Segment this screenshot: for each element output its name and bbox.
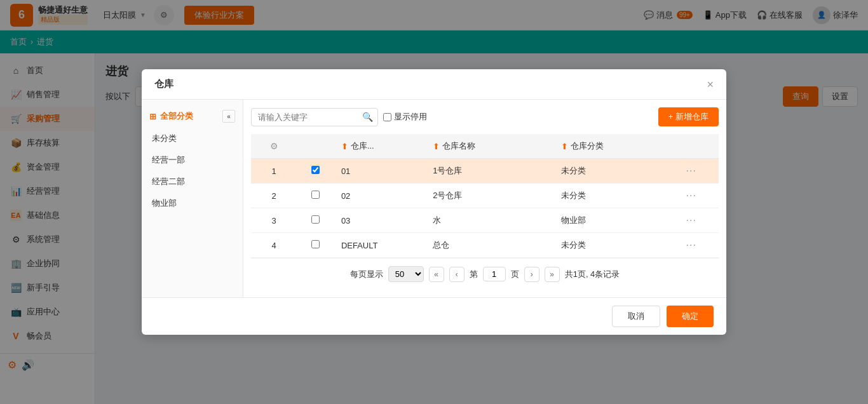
th-settings: ⚙: [251, 134, 297, 159]
search-input-wrap: 🔍: [251, 108, 378, 126]
dialog-close-btn[interactable]: ×: [707, 79, 714, 90]
category-sidebar: ⊞ 全部分类 « 未分类 经营一部 经营二部 物业部: [142, 100, 243, 297]
dialog-search-bar: 🔍 显示停用 + 新增仓库: [251, 107, 719, 126]
show-disabled-checkbox-label[interactable]: 显示停用: [383, 111, 427, 123]
sort-icon-code: ⬆: [341, 142, 348, 151]
table-row[interactable]: 4 DEFAULT 总仓 未分类 ···: [251, 233, 719, 258]
add-warehouse-btn[interactable]: + 新增仓库: [658, 107, 719, 126]
row-more-btn[interactable]: ···: [686, 239, 696, 250]
row-checkbox-cell[interactable]: [297, 159, 334, 184]
row-more-btn[interactable]: ···: [686, 215, 696, 226]
row-category: 物业部: [553, 208, 663, 233]
category-item-ops1[interactable]: 经营一部: [142, 149, 243, 171]
row-code: 03: [334, 208, 425, 233]
row-name: 2号仓库: [425, 184, 553, 208]
dialog-header: 仓库 ×: [142, 69, 726, 100]
row-code: DEFAULT: [334, 233, 425, 258]
row-more-cell[interactable]: ···: [663, 159, 719, 184]
row-name: 总仓: [425, 233, 553, 258]
warehouse-table: ⚙ ⬆ 仓库... ⬆: [251, 134, 719, 258]
row-checkbox-cell[interactable]: [297, 233, 334, 258]
row-more-cell[interactable]: ···: [663, 208, 719, 233]
pagination-bar: 每页显示 50 10 20 100 « ‹ 第 页 › » 共1页, 4条记录: [251, 258, 719, 290]
row-index: 1: [251, 159, 297, 184]
row-checkbox[interactable]: [311, 191, 320, 199]
row-category: 未分类: [553, 159, 663, 184]
row-code: 02: [334, 184, 425, 208]
confirm-btn[interactable]: 确定: [667, 306, 714, 327]
th-name[interactable]: ⬆ 仓库名称: [425, 134, 553, 159]
last-page-btn[interactable]: »: [545, 267, 560, 282]
row-category: 未分类: [553, 233, 663, 258]
page-number-input[interactable]: [483, 267, 506, 281]
prev-page-btn[interactable]: ‹: [449, 267, 465, 282]
cancel-btn[interactable]: 取消: [612, 306, 660, 327]
dialog-main-panel: 🔍 显示停用 + 新增仓库 ⚙: [243, 100, 726, 297]
category-item-property[interactable]: 物业部: [142, 192, 243, 214]
row-checkbox-cell[interactable]: [297, 184, 334, 208]
row-checkbox-cell[interactable]: [297, 208, 334, 233]
th-more: [663, 134, 719, 159]
search-icon[interactable]: 🔍: [362, 112, 373, 122]
row-index: 4: [251, 233, 297, 258]
row-category: 未分类: [553, 184, 663, 208]
table-row[interactable]: 1 01 1号仓库 未分类 ···: [251, 159, 719, 184]
per-page-select[interactable]: 50 10 20 100: [388, 266, 424, 282]
th-code[interactable]: ⬆ 仓库...: [334, 134, 425, 159]
row-name: 水: [425, 208, 553, 233]
sort-icon-cat: ⬆: [561, 142, 568, 151]
row-checkbox[interactable]: [311, 215, 320, 224]
row-index: 3: [251, 208, 297, 233]
dialog-body: ⊞ 全部分类 « 未分类 经营一部 经营二部 物业部: [142, 100, 726, 297]
th-category[interactable]: ⬆ 仓库分类: [553, 134, 663, 159]
category-item-unclassified[interactable]: 未分类: [142, 128, 243, 149]
row-code: 01: [334, 159, 425, 184]
search-input[interactable]: [251, 108, 378, 126]
row-checkbox[interactable]: [311, 166, 320, 174]
row-name: 1号仓库: [425, 159, 553, 184]
row-more-cell[interactable]: ···: [663, 233, 719, 258]
category-collapse-btn[interactable]: «: [222, 110, 235, 123]
category-all-header[interactable]: ⊞ 全部分类 «: [142, 105, 243, 128]
show-disabled-checkbox[interactable]: [383, 113, 391, 121]
warehouse-table-wrap: ⚙ ⬆ 仓库... ⬆: [251, 134, 719, 258]
row-checkbox[interactable]: [311, 240, 320, 248]
dialog-title: 仓库: [154, 78, 173, 90]
category-item-ops2[interactable]: 经营二部: [142, 171, 243, 192]
table-row[interactable]: 2 02 2号仓库 未分类 ···: [251, 184, 719, 208]
row-more-btn[interactable]: ···: [686, 165, 696, 176]
warehouse-dialog: 仓库 × ⊞ 全部分类 « 未分类 经营一部: [142, 69, 726, 335]
table-row[interactable]: 3 03 水 物业部 ···: [251, 208, 719, 233]
first-page-btn[interactable]: «: [429, 267, 444, 282]
next-page-btn[interactable]: ›: [524, 267, 539, 282]
modal-overlay: 仓库 × ⊞ 全部分类 « 未分类 经营一部: [0, 0, 868, 404]
row-more-cell[interactable]: ···: [663, 184, 719, 208]
dialog-footer: 取消 确定: [142, 297, 726, 335]
row-index: 2: [251, 184, 297, 208]
th-checkbox: [297, 134, 334, 159]
row-more-btn[interactable]: ···: [686, 190, 696, 201]
sort-icon-name: ⬆: [433, 142, 440, 151]
